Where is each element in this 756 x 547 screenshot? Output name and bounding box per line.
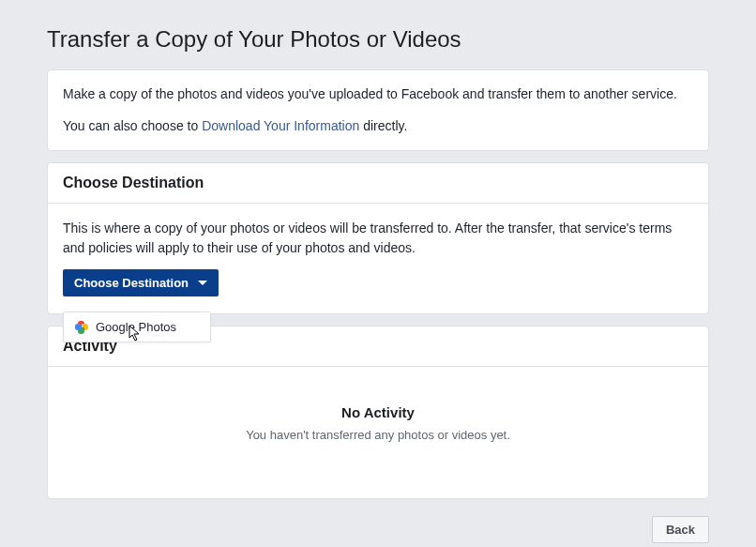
- destination-option-label: Google Photos: [96, 320, 176, 334]
- no-activity-subtitle: You haven't transferred any photos or vi…: [63, 428, 693, 442]
- caret-down-icon: [198, 281, 207, 285]
- download-info-link[interactable]: Download Your Information: [202, 118, 359, 133]
- destination-card: Choose Destination This is where a copy …: [47, 162, 709, 314]
- activity-card: Activity No Activity You haven't transfe…: [47, 326, 709, 499]
- back-button[interactable]: Back: [652, 516, 709, 543]
- choose-destination-label: Choose Destination: [74, 276, 189, 290]
- destination-description: This is where a copy of your photos or v…: [63, 219, 693, 258]
- intro-line2-suffix: directly.: [359, 118, 407, 133]
- destination-option-google-photos[interactable]: Google Photos: [64, 312, 210, 342]
- destination-body: This is where a copy of your photos or v…: [48, 204, 708, 313]
- intro-line2: You can also choose to Download Your Inf…: [63, 117, 693, 136]
- footer: Back: [0, 510, 756, 543]
- intro-card: Make a copy of the photos and videos you…: [47, 69, 709, 151]
- page-title: Transfer a Copy of Your Photos or Videos: [47, 26, 709, 53]
- google-photos-icon: [75, 321, 88, 334]
- destination-header: Choose Destination: [48, 163, 708, 204]
- choose-destination-button[interactable]: Choose Destination: [63, 269, 219, 296]
- no-activity-title: No Activity: [63, 404, 693, 420]
- intro-line1: Make a copy of the photos and videos you…: [63, 85, 693, 104]
- intro-line2-prefix: You can also choose to: [63, 118, 202, 133]
- activity-body: No Activity You haven't transferred any …: [48, 367, 708, 498]
- destination-dropdown: Google Photos: [63, 311, 211, 342]
